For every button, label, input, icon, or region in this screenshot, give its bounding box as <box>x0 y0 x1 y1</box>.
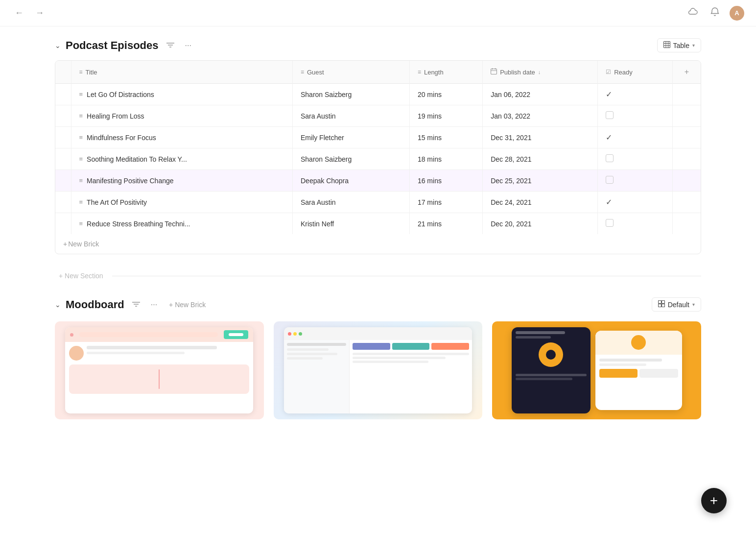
add-column-button[interactable]: + <box>681 66 693 78</box>
new-section-button[interactable]: + New Section <box>55 270 107 282</box>
table-header-row: ≡ Title ≡ Guest ≡ Length <box>55 61 701 84</box>
th-title: ≡ Title <box>71 61 292 84</box>
add-row-icon: + <box>63 240 67 248</box>
table-view-toggle[interactable]: Table ▾ <box>657 38 701 52</box>
length-cell: 17 mins <box>409 192 482 213</box>
ready-cell[interactable] <box>598 213 672 235</box>
length-cell: 21 mins <box>409 213 482 235</box>
length-cell: 16 mins <box>409 170 482 192</box>
more-button[interactable]: ··· <box>182 39 194 52</box>
table-row: ⠿ ≡ The Art Of Positivity Sara Austin 17… <box>55 192 701 213</box>
moodboard-new-brick-button[interactable]: + New Brick <box>165 299 210 311</box>
publish-date-cell: Dec 24, 2021 <box>483 192 598 213</box>
top-bar: ← → A <box>0 0 756 26</box>
row-drag-icon: ≡ <box>79 134 83 141</box>
title-cell[interactable]: ≡ Healing From Loss ⤢ ··· <box>71 105 292 127</box>
cloud-button[interactable] <box>685 6 700 20</box>
moodboard-more-button[interactable]: ··· <box>148 298 160 311</box>
title-cell[interactable]: ≡ The Art Of Positivity <box>71 192 292 213</box>
drag-handle-cell: ⠿ <box>55 84 71 105</box>
table-row: ⠿ ≡ Manifesting Positive Change Deepak C… <box>55 170 701 192</box>
publish-date-cell: Dec 28, 2021 <box>483 148 598 170</box>
table-row: ⠿ ≡ Soothing Meditation To Relax Y... Sh… <box>55 148 701 170</box>
publish-date-cell: Dec 20, 2021 <box>483 213 598 235</box>
podcast-table: ≡ Title ≡ Guest ≡ Length <box>55 60 701 254</box>
default-view-label: Default <box>668 301 689 309</box>
row-title: Manifesting Positive Change <box>87 177 173 185</box>
th-guest: ≡ Guest <box>292 61 409 84</box>
float-add-button[interactable]: + <box>701 488 727 513</box>
top-bar-actions: A <box>685 5 744 21</box>
drag-col <box>55 61 71 84</box>
checkbox-cursor[interactable] <box>606 111 614 119</box>
drag-handle-cell: ⠿ <box>55 192 71 213</box>
title-cell[interactable]: ≡ Reduce Stress Breathing Techni... <box>71 213 292 235</box>
avatar[interactable]: A <box>730 6 744 21</box>
extra-cell <box>672 213 701 235</box>
chevron-down-icon: ▾ <box>692 43 695 48</box>
row-drag-icon: ≡ <box>79 177 83 184</box>
checkbox-empty[interactable] <box>606 154 614 162</box>
publish-date-cell: Jan 06, 2022 <box>483 84 598 105</box>
moodboard-card-2[interactable] <box>274 321 483 419</box>
ready-cell[interactable]: ✓ <box>598 127 672 148</box>
guest-cell: Emily Fletcher <box>292 127 409 148</box>
back-button[interactable]: ← <box>12 6 26 20</box>
guest-cell: Deepak Chopra <box>292 170 409 192</box>
svg-rect-18 <box>662 304 664 307</box>
title-cell[interactable]: ≡ Let Go Of Distractions <box>71 84 292 105</box>
moodboard-collapse-icon[interactable]: ⌄ <box>55 301 61 309</box>
podcast-section-header: ⌄ Podcast Episodes ··· <box>55 38 701 52</box>
collapse-icon[interactable]: ⌄ <box>55 42 61 49</box>
title-cell[interactable]: ≡ Manifesting Positive Change <box>71 170 292 192</box>
guest-col-icon: ≡ <box>301 69 304 75</box>
moodboard-view-toggle[interactable]: Default ▾ <box>652 297 701 312</box>
filter-button[interactable] <box>164 39 177 52</box>
forward-button[interactable]: → <box>32 6 47 20</box>
th-add-col[interactable]: + <box>672 61 701 84</box>
default-chevron-icon: ▾ <box>692 302 695 307</box>
check-icon: ✓ <box>606 133 612 142</box>
extra-cell <box>672 192 701 213</box>
table-row: ⠿ ≡ Healing From Loss ⤢ ··· Sara Austin … <box>55 105 701 127</box>
th-length: ≡ Length <box>409 61 482 84</box>
guest-cell: Kristin Neff <box>292 213 409 235</box>
main-content: ⌄ Podcast Episodes ··· <box>35 26 721 419</box>
checkbox-empty[interactable] <box>606 176 614 184</box>
moodboard-filter-button[interactable] <box>129 298 143 311</box>
ready-cell[interactable] <box>598 170 672 192</box>
ready-cell[interactable] <box>598 148 672 170</box>
ready-cell[interactable]: ✓ <box>598 192 672 213</box>
table-row: ⠿ ≡ Mindfulness For Focus Emily Fletcher… <box>55 127 701 148</box>
svg-rect-17 <box>658 304 661 307</box>
moodboard-left: ⌄ Moodboard ··· + New Brick <box>55 298 210 311</box>
row-drag-icon: ≡ <box>79 198 83 206</box>
ready-col-icon: ☑ <box>606 69 611 75</box>
drag-handle-cell: ⠿ <box>55 170 71 192</box>
moodboard-card-3[interactable] <box>492 321 701 419</box>
extra-cell <box>672 127 701 148</box>
table-icon <box>663 41 670 49</box>
section-title-area: ⌄ Podcast Episodes ··· <box>55 39 194 52</box>
ready-cell[interactable]: ✓ <box>598 84 672 105</box>
card-1-content <box>55 321 264 419</box>
checkbox-empty[interactable] <box>606 219 614 227</box>
extra-cell <box>672 148 701 170</box>
guest-cell: Sara Austin <box>292 105 409 127</box>
extra-cell <box>672 170 701 192</box>
moodboard-header: ⌄ Moodboard ··· + New Brick <box>55 297 701 312</box>
moodboard-cards <box>55 321 701 419</box>
new-brick-button[interactable]: + New Brick <box>55 234 701 254</box>
length-cell: 15 mins <box>409 127 482 148</box>
bell-icon <box>710 9 720 19</box>
card-3-content <box>492 321 701 419</box>
ready-cell[interactable] <box>598 105 672 127</box>
title-cell[interactable]: ≡ Soothing Meditation To Relax Y... <box>71 148 292 170</box>
moodboard-card-1[interactable] <box>55 321 264 419</box>
forward-icon: → <box>35 8 44 18</box>
title-cell[interactable]: ≡ Mindfulness For Focus <box>71 127 292 148</box>
moodboard-title: Moodboard <box>66 298 124 311</box>
view-label: Table <box>673 42 689 49</box>
bell-button[interactable] <box>708 5 722 21</box>
new-section-area: + New Section <box>55 270 701 282</box>
